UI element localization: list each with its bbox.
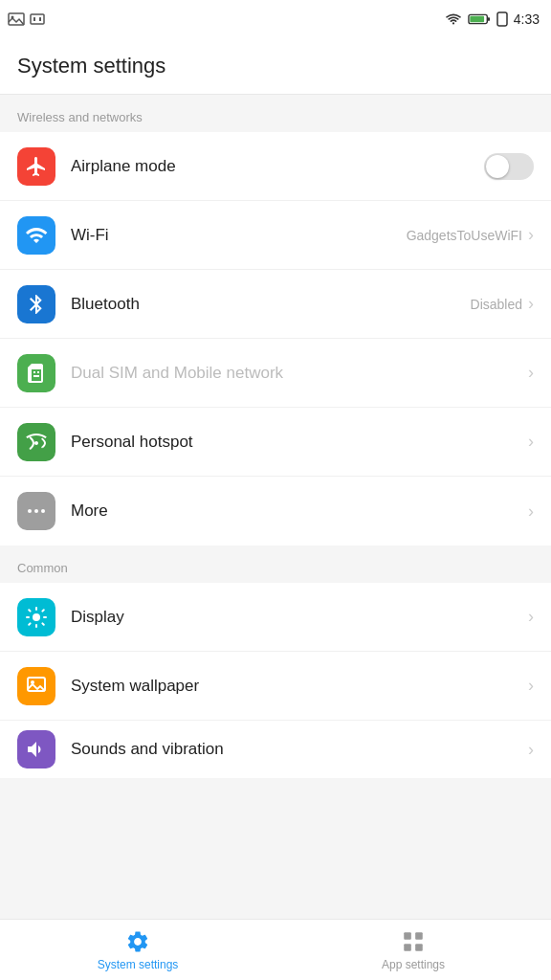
nav-system-label: System settings [98,958,179,971]
dual-sim-item[interactable]: Dual SIM and Mobile network › [0,339,551,408]
more-label: More [71,501,528,521]
bluetooth-chevron: › [528,294,534,314]
wifi-icon [25,224,48,247]
section-label-wireless: Wireless and networks [0,95,551,132]
svg-rect-8 [497,12,507,26]
wallpaper-label: System wallpaper [71,677,528,696]
hotspot-icon [25,431,48,454]
dual-sim-chevron: › [528,363,534,383]
wifi-status-icon [445,12,462,26]
sounds-icon-bg [17,730,55,768]
bluetooth-icon [25,293,48,316]
wireless-section-list: Airplane mode Wi-Fi GadgetsToUseWiFI › B… [0,132,551,546]
bluetooth-label: Bluetooth [71,295,471,314]
bluetooth-item[interactable]: Bluetooth Disabled › [0,270,551,339]
bluetooth-icon-bg [17,285,55,323]
hotspot-icon-bg [17,423,55,461]
airplane-mode-icon-bg [17,147,55,186]
phone-icon [496,11,508,27]
grid-icon [401,929,426,954]
wifi-icon-bg [17,216,55,255]
page-title: System settings [17,54,534,78]
hotspot-item[interactable]: Personal hotspot › [0,408,551,477]
svg-rect-19 [415,932,423,940]
android-icon [29,12,46,26]
svg-rect-2 [31,14,44,24]
wifi-value: GadgetsToUseWiFI [407,228,522,243]
nav-app-label: App settings [382,958,445,971]
nav-app-settings[interactable]: App settings [276,920,551,980]
sounds-item[interactable]: Sounds and vibration › [0,721,551,778]
more-item[interactable]: More › [0,477,551,546]
svg-rect-9 [33,371,35,373]
section-label-common: Common [0,546,551,583]
image-icon [8,12,25,26]
svg-rect-20 [404,944,411,951]
status-bar: 4:33 [0,0,551,38]
wallpaper-icon-bg [17,667,55,705]
svg-rect-10 [37,371,39,373]
display-icon [25,606,48,629]
svg-rect-18 [404,932,411,940]
wifi-item[interactable]: Wi-Fi GadgetsToUseWiFI › [0,201,551,270]
hotspot-label: Personal hotspot [71,433,528,452]
sounds-label: Sounds and vibration [71,740,528,759]
toggle-knob [486,155,509,178]
more-icon-bg [17,492,55,530]
status-bar-left [8,12,46,26]
display-label: Display [71,608,528,627]
wallpaper-chevron: › [528,676,534,696]
display-item[interactable]: Display › [0,583,551,652]
bluetooth-value: Disabled [471,297,522,312]
more-dots-icon [25,500,48,523]
svg-rect-4 [39,17,41,21]
sounds-icon [25,738,48,761]
wifi-label: Wi-Fi [71,226,407,245]
dual-sim-icon-bg [17,354,55,392]
airplane-mode-item[interactable]: Airplane mode [0,132,551,201]
status-bar-right: 4:33 [445,11,540,27]
airplane-mode-toggle[interactable] [484,153,534,180]
battery-icon [468,12,491,26]
more-chevron: › [528,501,534,522]
svg-point-14 [41,509,45,513]
svg-rect-7 [470,16,484,22]
display-chevron: › [528,607,534,627]
svg-rect-21 [415,944,423,951]
sim-icon [25,362,48,385]
dual-sim-label: Dual SIM and Mobile network [71,364,528,383]
gear-icon [125,929,150,954]
bottom-nav: System settings App settings [0,919,551,980]
svg-point-15 [33,613,40,621]
svg-rect-6 [487,17,490,21]
display-icon-bg [17,598,55,636]
status-time: 4:33 [514,11,540,27]
airplane-icon [25,155,48,178]
svg-point-13 [34,509,38,513]
nav-system-settings[interactable]: System settings [0,920,276,980]
wallpaper-item[interactable]: System wallpaper › [0,652,551,721]
common-section-list: Display › System wallpaper › Sounds and … [0,583,551,778]
svg-point-12 [28,509,32,513]
sounds-chevron: › [528,740,534,760]
airplane-mode-label: Airplane mode [71,157,484,176]
svg-rect-3 [33,17,35,21]
header: System settings [0,38,551,95]
svg-rect-11 [33,375,39,377]
wifi-chevron: › [528,225,534,245]
wallpaper-icon [25,675,48,698]
hotspot-chevron: › [528,432,534,452]
bottom-spacer [0,778,551,839]
